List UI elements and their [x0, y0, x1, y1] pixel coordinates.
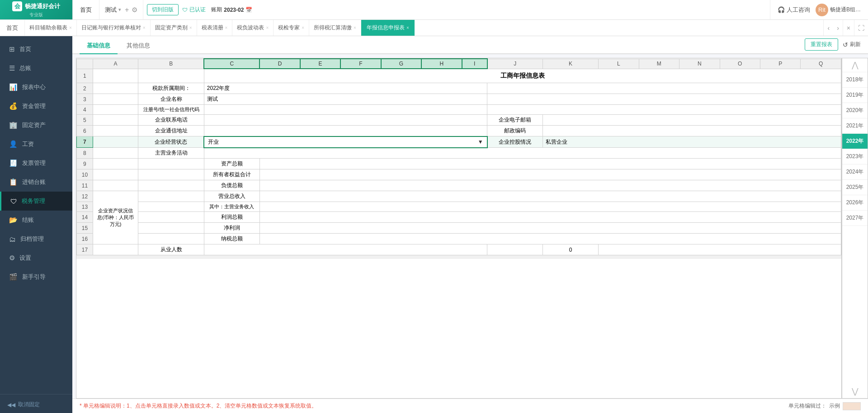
tab-tax-table[interactable]: 税表清册×	[197, 20, 233, 36]
sidebar-item-ledger[interactable]: ☰ 总账	[0, 59, 72, 78]
year-2020[interactable]: 2020年	[842, 103, 868, 118]
table-row: 17 从业人数 0	[77, 244, 841, 255]
dropdown-arrow-icon[interactable]: ▾	[118, 7, 121, 13]
home-tab[interactable]: 首页	[73, 0, 99, 19]
sidebar-item-guide[interactable]: 🎬 新手引导	[0, 268, 72, 286]
switch-version-btn[interactable]: 切到旧版	[147, 4, 179, 15]
add-tab-icon[interactable]: +	[125, 6, 129, 14]
dropdown-arrow[interactable]: ▼	[478, 139, 483, 145]
cell-value-equity[interactable]	[259, 169, 841, 180]
logo-title: 畅捷通好会计	[25, 2, 60, 10]
cell-value-address[interactable]	[204, 126, 487, 136]
cell-value-total-revenue[interactable]	[259, 191, 841, 202]
cell-value-total-assets[interactable]	[259, 159, 841, 169]
sidebar-item-fixed-assets[interactable]: 🏢 固定资产	[0, 116, 72, 135]
tab-other-info[interactable]: 其他信息	[119, 38, 157, 54]
year-2024[interactable]: 2024年	[842, 164, 868, 180]
year-2027[interactable]: 2027年	[842, 211, 868, 226]
cell-label-net-profit: 净利润	[204, 223, 259, 234]
reports-icon: 📊	[9, 83, 18, 91]
home-breadcrumb[interactable]: 首页	[0, 20, 25, 36]
table-row: 5 企业联系电话 企业电子邮箱	[77, 115, 841, 126]
sidebar-item-purchase-sale[interactable]: 📋 进销台账	[0, 173, 72, 192]
archive-icon: 🗂	[9, 235, 16, 243]
cell-value-holding[interactable]: 私营企业	[543, 136, 841, 148]
cell-value-tel[interactable]	[204, 115, 487, 126]
funds-icon: 💰	[9, 102, 18, 110]
tab-fixed-asset-type[interactable]: 固定资产类别×	[151, 20, 197, 36]
settings-icon[interactable]: ⚙	[132, 6, 137, 14]
year-2022[interactable]: 2022年	[842, 134, 868, 149]
cell-value-postcode[interactable]	[543, 126, 841, 136]
col-header-g[interactable]: G	[381, 59, 421, 69]
year-scroll-down-btn[interactable]: ⋁	[842, 385, 868, 398]
year-2018[interactable]: 2018年	[842, 72, 868, 88]
tab-tax-fluctuation[interactable]: 税负波动表×	[232, 20, 274, 36]
corner-header	[77, 59, 93, 69]
cell-value-total-tax[interactable]	[259, 234, 841, 244]
year-scroll-up-btn[interactable]: ⋀	[842, 58, 868, 72]
cell-value-employees[interactable]: 0	[543, 244, 599, 255]
tab-expand[interactable]: ⛶	[854, 20, 868, 36]
year-2023[interactable]: 2023年	[842, 149, 868, 164]
sidebar-item-home[interactable]: ⊞ 首页	[0, 40, 72, 59]
col-header-f[interactable]: F	[340, 59, 381, 69]
cell-value-email[interactable]	[543, 115, 841, 126]
cell-value-regno[interactable]	[204, 105, 487, 115]
tab-account-balance[interactable]: 科目辅助余额表×	[25, 20, 77, 36]
sidebar-item-settings[interactable]: ⚙ 设置	[0, 249, 72, 268]
cell-edit-label: 单元格编辑过：	[788, 402, 826, 410]
cell-label-tel: 企业联系电话	[138, 115, 204, 126]
cell-value-company[interactable]: 测试	[204, 94, 487, 105]
col-header-c[interactable]: C	[204, 59, 259, 69]
col-header-i[interactable]: I	[462, 59, 487, 69]
service-btn[interactable]: 🎧 人工咨询	[778, 6, 810, 14]
year-2021[interactable]: 2021年	[842, 118, 868, 134]
col-header-d[interactable]: D	[259, 59, 300, 69]
sidebar-item-payroll[interactable]: 👤 工资	[0, 135, 72, 154]
sidebar-item-tax[interactable]: 🛡 税务管理	[0, 192, 72, 211]
sidebar-item-reports[interactable]: 📊 报表中心	[0, 78, 72, 97]
period-display: 账期 2023-02 📅	[211, 6, 252, 14]
inner-tab-bar: 基础信息 其他信息 重置报表 ↺ 刷新	[72, 36, 868, 54]
cell-value-main-biz[interactable]	[204, 148, 841, 159]
year-2019[interactable]: 2019年	[842, 88, 868, 103]
tab-journal-bank[interactable]: 日记账与银行对账单核对×	[77, 20, 151, 36]
cell-label-main-revenue: 其中：主营业务收入	[204, 202, 259, 212]
cell-value-period[interactable]: 2022年度	[204, 83, 487, 94]
col-header-k: K	[543, 59, 599, 69]
cell-value-employees-span[interactable]	[204, 244, 487, 255]
tab-tax-expert[interactable]: 税检专家×	[274, 20, 309, 36]
cell-value-total-profit[interactable]	[259, 212, 841, 223]
unpin-btn[interactable]: ◀◀ 取消固定	[0, 396, 72, 413]
sidebar-item-archive[interactable]: 🗂 归档管理	[0, 230, 72, 249]
col-header-b: B	[138, 59, 204, 69]
tab-basic-info[interactable]: 基础信息	[80, 38, 118, 54]
tab-scroll-right[interactable]: ›	[833, 20, 843, 36]
current-workspace-tab[interactable]: 测试 ▾ + ⚙	[99, 0, 143, 19]
cell-value-net-profit[interactable]	[259, 223, 841, 234]
cell-label-total-assets: 资产总额	[204, 159, 259, 169]
cell-value-liabilities[interactable]	[259, 180, 841, 191]
year-2026[interactable]: 2026年	[842, 195, 868, 211]
sidebar-item-funds[interactable]: 💰 资金管理	[0, 97, 72, 116]
col-header-e[interactable]: E	[300, 59, 340, 69]
example-cell-display	[843, 402, 861, 410]
col-header-h[interactable]: H	[421, 59, 462, 69]
reset-report-btn[interactable]: 重置报表	[805, 38, 838, 51]
cell-label-assets-info: 企业资产状况信息(币种：人民币万元)	[93, 191, 138, 244]
cell-title[interactable]: 工商年报信息表	[204, 69, 841, 83]
tab-income-tax[interactable]: 所得税汇算清缴×	[309, 20, 361, 36]
table-row: 13 其中：主营业务收入	[77, 202, 841, 212]
tab-annual-report[interactable]: 年报信息申报表×	[361, 20, 415, 36]
refresh-btn[interactable]: ↺ 刷新	[843, 41, 861, 48]
col-header-q: Q	[801, 59, 841, 69]
year-2025[interactable]: 2025年	[842, 180, 868, 195]
user-avatar[interactable]: Rit 畅捷通B组…	[816, 4, 861, 16]
tab-scroll-left[interactable]: ‹	[823, 20, 833, 36]
cell-value-main-revenue[interactable]	[259, 202, 841, 212]
cell-dropdown-biz-status[interactable]: 开业 ▼	[204, 136, 487, 148]
sidebar-item-invoice[interactable]: 🧾 发票管理	[0, 154, 72, 173]
sidebar-item-closing[interactable]: 📂 结账	[0, 211, 72, 230]
tab-close-all[interactable]: ×	[843, 20, 854, 36]
